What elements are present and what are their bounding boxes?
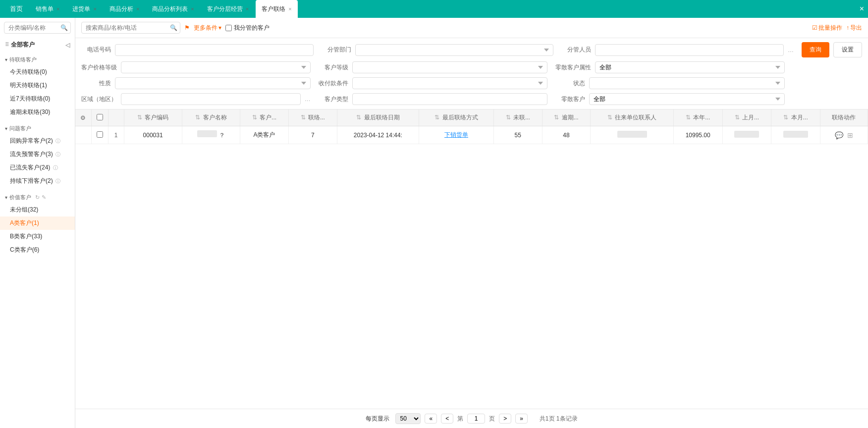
retail-attr-select[interactable]: 全部 bbox=[595, 61, 785, 73]
row-checkbox[interactable] bbox=[97, 131, 103, 138]
col-customer-name: ⇅ 客户名称 bbox=[182, 109, 240, 126]
close-customer-contact-tab[interactable]: × bbox=[288, 6, 291, 12]
nav-item-goods-analysis[interactable]: 商品分析 × bbox=[104, 0, 145, 18]
sidebar-section-title-value[interactable]: ▾ 价值客户 ↻ ✎ bbox=[0, 192, 75, 203]
sidebar-item-churn-warning[interactable]: 流失预警客户(3) ⓘ bbox=[0, 148, 75, 161]
person-more-btn[interactable]: … bbox=[788, 47, 794, 54]
customer-table: ⚙ ⇅ 客户编码 ⇅ 客户名称 bbox=[75, 109, 868, 144]
share-icon[interactable]: ⊞ bbox=[847, 131, 853, 139]
col-overdue: ⇅ 逾期... bbox=[542, 109, 591, 126]
nav-item-home[interactable]: 首页 bbox=[4, 0, 29, 18]
export-btn[interactable]: ↑ 导出 bbox=[846, 24, 862, 32]
sidebar-item-declining[interactable]: 持续下滑客户(2) ⓘ bbox=[0, 174, 75, 188]
row-this-year: 10995.00 bbox=[673, 126, 722, 144]
adv-filter-nature: 性质 bbox=[81, 77, 311, 89]
page-number-input[interactable] bbox=[467, 414, 485, 424]
sidebar-section-title-pending[interactable]: ▾ 待联络客户 bbox=[0, 54, 75, 65]
last-page-btn[interactable]: » bbox=[515, 414, 528, 424]
sidebar-item-repurchase-abnormal[interactable]: 回购异常客户(2) ⓘ bbox=[0, 134, 75, 148]
customer-grade-label: 客户等级 bbox=[319, 63, 348, 72]
col-contact-count: ⇅ 联络... bbox=[288, 109, 337, 126]
close-goods-analysis-list-tab[interactable]: × bbox=[191, 6, 194, 12]
retail-label: 零散客户 bbox=[555, 95, 585, 104]
sidebar-search-wrap: 🔍 bbox=[0, 18, 75, 38]
batch-op-btn[interactable]: ☑ 批量操作 bbox=[812, 24, 842, 32]
nav-item-purchase[interactable]: 进货单 × bbox=[66, 0, 102, 18]
nature-select[interactable] bbox=[115, 77, 311, 89]
close-purchase-tab[interactable]: × bbox=[93, 6, 96, 12]
payment-select[interactable] bbox=[352, 77, 548, 89]
dept-select[interactable] bbox=[355, 44, 554, 56]
sidebar-item-c-class[interactable]: C类客户(6) bbox=[0, 243, 75, 257]
col-last-contact-date: ⇅ 最后联络日期 bbox=[337, 109, 419, 126]
nature-label: 性质 bbox=[81, 79, 111, 88]
sidebar-item-churned[interactable]: 已流失客户(24) ⓘ bbox=[0, 161, 75, 174]
filter-more-btn[interactable]: 更多条件 ▾ bbox=[194, 24, 221, 32]
row-no-contact: 55 bbox=[493, 126, 542, 144]
filter-icon: ⚑ bbox=[184, 24, 190, 31]
region-input[interactable] bbox=[121, 93, 301, 105]
sidebar-item-a-class[interactable]: A类客户(1) bbox=[0, 216, 75, 230]
setting-btn[interactable]: 设置 bbox=[833, 42, 862, 57]
sidebar-all-customers[interactable]: ⠿ 全部客户 ◁ bbox=[0, 38, 75, 52]
sidebar-item-b-class[interactable]: B类客户(33) bbox=[0, 230, 75, 243]
adv-filter-region: 区域（地区） … bbox=[81, 93, 311, 105]
phone-input[interactable] bbox=[115, 44, 314, 56]
sidebar-item-unclassified[interactable]: 未分组(32) bbox=[0, 203, 75, 216]
close-all-tabs[interactable]: × bbox=[860, 4, 864, 13]
col-history-contact: ⇅ 往来单位联系人 bbox=[591, 109, 673, 126]
customer-grade-select[interactable] bbox=[352, 61, 548, 73]
first-page-btn[interactable]: « bbox=[425, 414, 437, 424]
sidebar-item-tomorrow[interactable]: 明天待联络(1) bbox=[0, 79, 75, 92]
row-action-cell: 💬 ⊞ bbox=[820, 126, 868, 144]
adv-filter-phone: 电话号码 bbox=[81, 44, 314, 56]
row-overdue: 48 bbox=[542, 126, 591, 144]
close-sales-tab[interactable]: × bbox=[56, 6, 59, 12]
person-input[interactable] bbox=[595, 44, 784, 56]
sidebar: 🔍 ⠿ 全部客户 ◁ ▾ 待联络客户 今天待联络(0) 明天待联络(1) 近7天… bbox=[0, 18, 75, 428]
status-select[interactable] bbox=[589, 77, 785, 89]
last-contact-method-link[interactable]: 下销货单 bbox=[444, 131, 468, 138]
batch-op-icon: ☑ bbox=[812, 24, 817, 31]
sidebar-item-7days[interactable]: 近7天待联络(0) bbox=[0, 92, 75, 106]
adv-filter-retail: 零散客户 全部 bbox=[555, 93, 785, 105]
sidebar-item-overdue[interactable]: 逾期未联络(30) bbox=[0, 106, 75, 119]
customer-type-label: 客户类型 bbox=[319, 95, 348, 104]
sidebar-item-today[interactable]: 今天待联络(0) bbox=[0, 65, 75, 79]
filter-search-input[interactable] bbox=[81, 22, 180, 34]
col-this-month: ⇅ 本月... bbox=[771, 109, 820, 126]
sidebar-collapse-btn[interactable]: ◁ bbox=[65, 42, 70, 49]
col-sort-icon-9: ⇅ bbox=[607, 114, 612, 121]
customer-type-input[interactable] bbox=[352, 93, 548, 105]
my-customer-filter[interactable]: 我分管的客户 bbox=[225, 24, 270, 32]
my-customer-checkbox[interactable] bbox=[225, 25, 232, 31]
page-size-select[interactable]: 50 20 100 bbox=[395, 413, 421, 424]
col-last-contact-method: ⇅ 最后联络方式 bbox=[419, 109, 494, 126]
col-settings[interactable]: ⚙ bbox=[75, 109, 91, 126]
col-num bbox=[108, 109, 124, 126]
edit-icon[interactable]: ✎ bbox=[42, 194, 46, 201]
col-customer-type: ⇅ 客户... bbox=[240, 109, 289, 126]
sidebar-section-title-problem[interactable]: ▾ 问题客户 bbox=[0, 123, 75, 134]
adv-filter-row-3: 性质 收付款条件 状态 bbox=[81, 77, 862, 89]
price-grade-select[interactable] bbox=[121, 61, 311, 73]
prev-page-btn[interactable]: < bbox=[441, 414, 453, 424]
next-page-btn[interactable]: > bbox=[499, 414, 511, 424]
select-all-checkbox[interactable] bbox=[97, 114, 103, 120]
query-btn[interactable]: 查询 bbox=[802, 42, 829, 57]
retail-select[interactable]: 全部 bbox=[589, 93, 785, 105]
close-customer-segment-tab[interactable]: × bbox=[246, 6, 249, 12]
region-more-btn[interactable]: … bbox=[305, 96, 311, 103]
row-num: 1 bbox=[108, 126, 124, 144]
adv-filter: 电话号码 分管部门 分管人员 … 查询 bbox=[75, 38, 868, 109]
nav-item-customer-segment[interactable]: 客户分层经营 × bbox=[201, 0, 255, 18]
col-sort-icon-8: ⇅ bbox=[554, 114, 559, 121]
col-this-year: ⇅ 本年... bbox=[673, 109, 722, 126]
nav-item-goods-analysis-list[interactable]: 商品分析列表 × bbox=[146, 0, 200, 18]
nav-item-customer-contact[interactable]: 客户联络 × bbox=[256, 0, 297, 18]
nav-item-sales[interactable]: 销售单 × bbox=[30, 0, 65, 18]
col-sort-icon-10: ⇅ bbox=[686, 114, 691, 121]
refresh-icon[interactable]: ↻ bbox=[35, 194, 40, 201]
chat-icon[interactable]: 💬 bbox=[835, 131, 843, 139]
close-goods-analysis-tab[interactable]: × bbox=[136, 6, 139, 12]
